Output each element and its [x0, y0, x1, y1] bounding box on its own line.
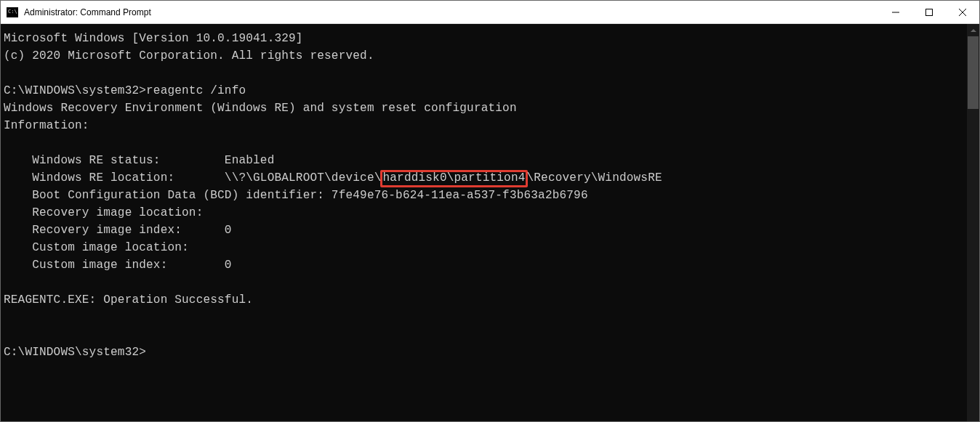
- scrollbar-up-icon[interactable]: [967, 24, 979, 36]
- terminal-line: Windows RE status: Enabled: [4, 154, 274, 167]
- terminal-line: Windows Recovery Environment (Windows RE…: [4, 102, 517, 115]
- highlight-box: harddisk0\partition4: [380, 170, 527, 187]
- terminal-line: Custom image index: 0: [4, 259, 232, 272]
- close-button[interactable]: [946, 1, 979, 23]
- terminal-line: Windows RE location: \\?\GLOBALROOT\devi…: [4, 171, 381, 184]
- window-controls: [879, 1, 979, 23]
- prompt-path: C:\WINDOWS\system32>: [4, 84, 146, 97]
- titlebar: C:\ Administrator: Command Prompt: [1, 1, 979, 24]
- window-title: Administrator: Command Prompt: [24, 7, 151, 17]
- minimize-button[interactable]: [879, 1, 912, 23]
- terminal-line: Microsoft Windows [Version 10.0.19041.32…: [4, 32, 303, 45]
- highlighted-text: harddisk0\partition4: [382, 171, 525, 184]
- scrollbar[interactable]: [967, 24, 979, 421]
- svg-rect-1: [926, 9, 933, 15]
- terminal-line: (c) 2020 Microsoft Corporation. All righ…: [4, 49, 374, 62]
- terminal-line: Information:: [4, 119, 89, 132]
- terminal-line: REAGENTC.EXE: Operation Successful.: [4, 293, 253, 307]
- command-text: reagentc /info: [146, 84, 246, 97]
- cmd-icon: C:\: [7, 7, 18, 17]
- terminal-line: Boot Configuration Data (BCD) identifier…: [4, 189, 588, 202]
- prompt-path: C:\WINDOWS\system32>: [4, 346, 146, 359]
- terminal-output[interactable]: Microsoft Windows [Version 10.0.19041.32…: [1, 24, 967, 421]
- maximize-button[interactable]: [912, 1, 946, 23]
- terminal-line: \Recovery\WindowsRE: [527, 171, 662, 184]
- terminal-line: Custom image location:: [4, 241, 189, 254]
- terminal-line: Recovery image index: 0: [4, 224, 232, 237]
- terminal-line: Recovery image location:: [4, 206, 203, 219]
- scrollbar-thumb[interactable]: [968, 36, 979, 109]
